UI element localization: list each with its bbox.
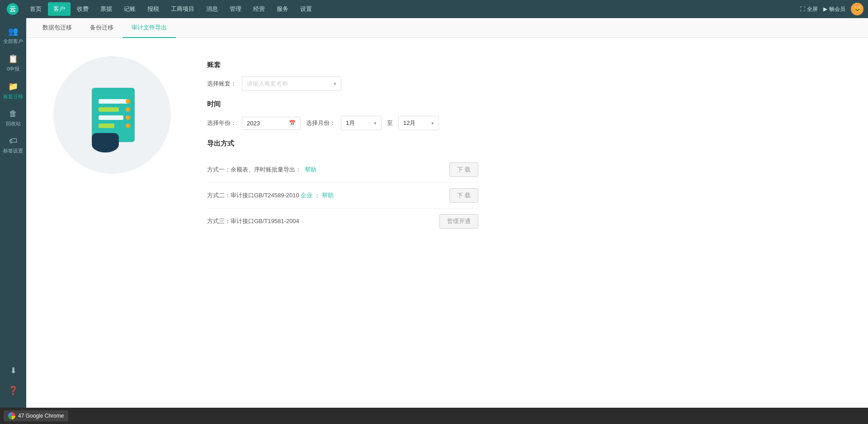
year-label: 选择年份： xyxy=(207,119,236,127)
to-label: 至 xyxy=(387,119,393,127)
account-select-label: 选择账套： xyxy=(207,80,236,88)
sidebar-item-all-customers[interactable]: 👥 全部客户 xyxy=(1,23,25,48)
tab-data-migration[interactable]: 数据包迁移 xyxy=(33,18,81,38)
taskbar-chrome-label: 47 Google Chrome xyxy=(18,413,64,419)
export-method-1-help-link[interactable]: 帮助 xyxy=(305,166,316,173)
taskbar: 47 Google Chrome xyxy=(0,408,868,424)
sidebar-item-account-migration[interactable]: 📁 账套迁移 xyxy=(1,78,25,104)
vip-button[interactable]: ▶ 畅会员 xyxy=(823,5,845,13)
account-select-row: 选择账套： 请输入账套名称 ▾ xyxy=(207,76,478,91)
export-method-1-label: 方式一：余额表、序时账批量导出： 帮助 xyxy=(207,166,445,174)
main-content: 账套 选择账套： 请输入账套名称 ▾ 时间 选择年份： 2023 📅 xyxy=(26,38,868,408)
chrome-icon xyxy=(8,412,15,419)
sidebar-item-recycle[interactable]: 🗑 回收站 xyxy=(1,105,25,131)
sidebar: 👥 全部客户 📋 0申报 📁 账套迁移 🗑 回收站 🏷 标签设置 ⬇ ❓ xyxy=(0,18,26,408)
nav-services[interactable]: 服务 xyxy=(271,2,294,16)
nav-tax[interactable]: 报税 xyxy=(142,2,165,16)
export-method-3-text: 方式三：审计接口GB/T19581-2004 xyxy=(207,218,299,224)
account-select-placeholder: 请输入账套名称 xyxy=(247,80,288,88)
svg-rect-12 xyxy=(92,133,119,147)
month-start-value: 1月 xyxy=(346,119,355,127)
sidebar-item-zero-report[interactable]: 📋 0申报 xyxy=(1,50,25,76)
export-section-title: 导出方式 xyxy=(207,139,478,148)
month-start-chevron-icon: ▾ xyxy=(374,120,377,126)
sidebar-help-icon[interactable]: ❓ xyxy=(5,382,21,399)
user-avatar[interactable]: 🐱 xyxy=(851,3,863,15)
tab-audit-export[interactable]: 审计文件导出 xyxy=(123,18,176,38)
svg-rect-3 xyxy=(99,99,128,104)
account-section-title: 账套 xyxy=(207,61,478,69)
export-method-2-company-link[interactable]: 企业 xyxy=(301,192,312,199)
export-method-3-label: 方式三：审计接口GB/T19581-2004 xyxy=(207,217,435,225)
calendar-icon: 📅 xyxy=(289,120,296,126)
account-migration-icon: 📁 xyxy=(8,81,18,91)
nav-billing[interactable]: 收费 xyxy=(71,2,94,16)
nav-management[interactable]: 管理 xyxy=(224,2,247,16)
nav-customers[interactable]: 客户 xyxy=(48,2,71,16)
export-method-2-label: 方式二：审计接口GB/T24589-2010 企业 ：帮助 xyxy=(207,191,445,200)
svg-rect-6 xyxy=(99,124,114,128)
recycle-icon: 🗑 xyxy=(9,109,17,119)
all-customers-icon: 👥 xyxy=(8,26,18,36)
app-logo: 云 xyxy=(5,1,21,17)
export-method-3-unlock-button[interactable]: 暂缓开通 xyxy=(439,214,478,229)
form-area: 账套 选择账套： 请输入账套名称 ▾ 时间 选择年份： 2023 📅 xyxy=(207,56,478,234)
account-select-chevron-icon: ▾ xyxy=(334,81,336,87)
illustration-circle xyxy=(53,56,171,174)
export-method-1: 方式一：余额表、序时账批量导出： 帮助 下 载 xyxy=(207,157,478,183)
taskbar-chrome-item[interactable]: 47 Google Chrome xyxy=(4,410,68,421)
fullscreen-button[interactable]: ⛶ 全屏 xyxy=(800,5,818,13)
month-end-value: 12月 xyxy=(403,119,415,127)
top-nav-right: ⛶ 全屏 ▶ 畅会员 🐱 xyxy=(800,3,863,15)
vip-icon: ▶ xyxy=(823,6,827,12)
export-method-2-download-button[interactable]: 下 载 xyxy=(449,188,478,203)
label-settings-icon: 🏷 xyxy=(9,136,17,146)
content-area: 数据包迁移 备份迁移 审计文件导出 xyxy=(26,18,868,408)
main-layout: 👥 全部客户 📋 0申报 📁 账套迁移 🗑 回收站 🏷 标签设置 ⬇ ❓ 数据包… xyxy=(0,18,868,408)
account-select-dropdown[interactable]: 请输入账套名称 ▾ xyxy=(242,76,341,91)
export-method-2-help-link[interactable]: 帮助 xyxy=(322,192,334,199)
nav-invoices[interactable]: 票据 xyxy=(95,2,118,16)
month-start-select[interactable]: 1月 ▾ xyxy=(341,116,382,130)
year-value: 2023 xyxy=(247,120,260,127)
illustration-svg xyxy=(76,74,148,156)
svg-point-10 xyxy=(126,124,130,128)
month-end-chevron-icon: ▾ xyxy=(431,120,434,126)
export-method-2-text: 方式二：审计接口GB/T24589-2010 xyxy=(207,192,299,199)
svg-point-9 xyxy=(126,115,130,120)
nav-home[interactable]: 首页 xyxy=(24,2,47,16)
nav-business[interactable]: 工商项目 xyxy=(165,2,200,16)
zero-report-icon: 📋 xyxy=(8,54,18,64)
export-method-1-download-button[interactable]: 下 载 xyxy=(449,162,478,177)
svg-rect-5 xyxy=(99,115,123,120)
tab-backup-migration[interactable]: 备份迁移 xyxy=(81,18,123,38)
export-method-3: 方式三：审计接口GB/T19581-2004 暂缓开通 xyxy=(207,209,478,234)
export-methods: 方式一：余额表、序时账批量导出： 帮助 下 载 方式二：审计接口GB/T2458… xyxy=(207,157,478,234)
nav-messages[interactable]: 消息 xyxy=(201,2,223,16)
tabs-bar: 数据包迁移 备份迁移 审计文件导出 xyxy=(26,18,868,38)
svg-text:云: 云 xyxy=(9,5,16,13)
svg-point-8 xyxy=(126,107,130,112)
top-navigation: 云 首页 客户 收费 票据 记账 报税 工商项目 消息 管理 经营 服务 设置 … xyxy=(0,0,868,18)
month-label: 选择月份： xyxy=(306,119,335,127)
svg-rect-4 xyxy=(99,107,119,112)
sidebar-download-icon[interactable]: ⬇ xyxy=(5,362,21,379)
time-select-row: 选择年份： 2023 📅 选择月份： 1月 ▾ 至 12月 ▾ xyxy=(207,116,478,130)
month-end-select[interactable]: 12月 ▾ xyxy=(398,116,439,130)
export-method-2: 方式二：审计接口GB/T24589-2010 企业 ：帮助 下 载 xyxy=(207,183,478,209)
nav-menu: 首页 客户 收费 票据 记账 报税 工商项目 消息 管理 经营 服务 设置 xyxy=(24,2,800,16)
export-method-1-text: 方式一：余额表、序时账批量导出： xyxy=(207,166,301,173)
sidebar-item-label-settings[interactable]: 🏷 标签设置 xyxy=(1,133,25,158)
time-section-title: 时间 xyxy=(207,100,478,109)
nav-settings[interactable]: 设置 xyxy=(295,2,317,16)
svg-point-7 xyxy=(126,99,130,104)
nav-accounting[interactable]: 记账 xyxy=(118,2,141,16)
illustration-area xyxy=(53,56,171,174)
fullscreen-icon: ⛶ xyxy=(800,6,805,12)
year-input[interactable]: 2023 📅 xyxy=(242,117,301,130)
sidebar-bottom: ⬇ ❓ xyxy=(5,362,21,403)
nav-operations[interactable]: 经营 xyxy=(248,2,270,16)
